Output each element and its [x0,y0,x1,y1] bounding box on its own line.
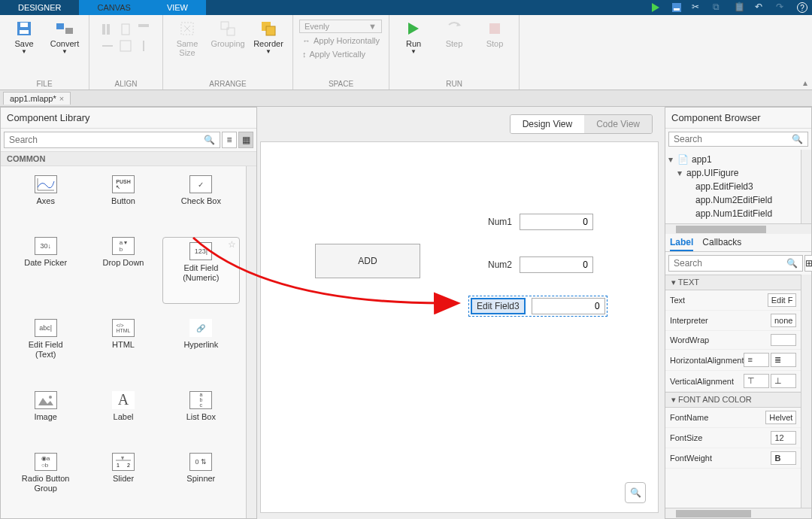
space-evenly-select[interactable]: Evenly▼ [299,20,382,33]
reorder-button[interactable]: Reorder▼ [250,18,286,56]
svg-marker-23 [38,398,53,405]
undo-icon[interactable]: ↶ [755,2,767,14]
edit-field3-input[interactable] [532,298,605,314]
edit-field3-label[interactable]: Edit Field3 [471,298,526,314]
convert-button[interactable]: Convert▼ [47,18,83,56]
num1-input[interactable] [520,214,593,230]
code-view-tab[interactable]: Code View [584,115,652,133]
prop-interpreter[interactable]: Interpreternone [665,311,801,331]
num2-input[interactable] [520,256,593,273]
prop-section-text[interactable]: ▾ TEXT [665,275,801,290]
comp-hyperlink[interactable]: 🔗Hyperlink [162,319,240,375]
prop-wordwrap[interactable]: WordWrap [665,331,801,350]
ribbon-group-file: FILE [36,80,52,88]
save-button[interactable]: Save▼ [6,18,42,56]
tree-item[interactable]: app.EditField3 [668,180,798,193]
scrollbar[interactable] [246,166,256,518]
scrollbar[interactable] [665,508,811,518]
prop-text[interactable]: TextEdit F [665,290,801,311]
copy-icon[interactable]: ⧉ [713,2,725,14]
grouping-button: Grouping [210,18,246,50]
apply-vertically-button: ↕ Apply Vertically [299,48,383,60]
component-library-title: Component Library [1,108,256,129]
save-icon[interactable] [671,2,683,14]
svg-rect-9 [107,24,110,35]
browser-search-input[interactable]: 🔍 [668,132,808,147]
comp-edit-field-text[interactable]: abc|Edit Field (Text) [7,319,84,375]
design-view-tab[interactable]: Design View [511,115,584,133]
comp-slider[interactable]: 12Slider [84,453,162,509]
svg-rect-10 [122,24,129,35]
scrollbar[interactable] [665,223,811,234]
comp-date-picker[interactable]: 30↓Date Picker [7,237,84,304]
prop-fontweight[interactable]: FontWeightB [665,448,801,469]
scrollbar[interactable] [801,275,811,508]
tab-designer[interactable]: DESIGNER [0,0,79,15]
comp-axes[interactable]: Axes [7,175,84,222]
svg-rect-6 [56,23,64,29]
edit-field3-group[interactable]: Edit Field3 [468,296,607,317]
svg-rect-8 [102,24,105,35]
prop-section-font[interactable]: ▾ FONT AND COLOR [665,392,801,408]
prop-valign[interactable]: VerticalAlignment⊤⊥ [665,371,801,392]
tree-root[interactable]: 📄 app1 [668,153,798,166]
prop-view-btn1[interactable]: ⊞ [804,255,812,272]
comp-check-box[interactable]: ✓Check Box [162,175,240,222]
comp-html[interactable]: </>HTMLHTML [84,319,162,375]
paste-icon[interactable]: 📋 [734,2,746,14]
redo-icon[interactable]: ↷ [776,2,788,14]
svg-rect-4 [20,30,29,34]
ribbon-group-space: SPACE [329,80,353,88]
tree-item[interactable]: app.Num2EditField [668,193,798,207]
ribbon-group-run: RUN [446,80,462,88]
svg-point-24 [49,396,52,399]
zoom-in-button[interactable]: 🔍 [625,482,646,503]
list-view-toggle[interactable]: ≡ [222,132,237,148]
help-icon[interactable]: ? [797,2,807,13]
comp-label[interactable]: ALabel [84,391,162,438]
comp-image[interactable]: Image [7,391,84,438]
cut-icon[interactable]: ✂ [692,2,704,14]
comp-button[interactable]: PUSH↖Button [84,175,162,222]
prop-halign[interactable]: HorizontalAlignment≡≣ [665,350,801,371]
grid-view-toggle[interactable]: ▦ [238,132,253,148]
comp-radio-button-group[interactable]: ◉a○bRadio Button Group [7,453,84,509]
tree-figure[interactable]: app.UIFigure [668,166,798,180]
prop-search-input[interactable]: 🔍 [668,255,803,272]
search-icon: 🔍 [786,258,798,269]
comp-edit-field-numeric[interactable]: 123|Edit Field (Numeric) [162,237,240,304]
num2-label: Num2 [488,260,512,270]
num1-label: Num1 [488,217,512,227]
svg-rect-1 [672,3,681,12]
component-browser-title: Component Browser [665,108,811,129]
ribbon-group-arrange: ARRANGE [209,80,246,88]
comp-list-box[interactable]: abcList Box [162,391,240,438]
svg-rect-11 [138,24,149,27]
run-button[interactable]: Run▼ [395,18,432,56]
search-input[interactable]: 🔍 [4,132,220,148]
prop-fontsize[interactable]: FontSize12 [665,428,801,448]
comp-drop-down[interactable]: a ▾bDrop Down [84,237,162,304]
run-icon[interactable] [650,2,662,14]
close-icon[interactable]: × [59,94,64,103]
svg-rect-19 [266,26,275,35]
section-common: COMMON [1,151,256,166]
ribbon-group-align: ALIGN [114,80,137,88]
tab-view[interactable]: VIEW [149,0,206,15]
scrollbar[interactable] [801,150,811,223]
tree-item[interactable]: app.Num1EditField [668,207,798,220]
tab-label[interactable]: Label [670,237,693,251]
file-tab[interactable]: app1.mlapp* × [3,92,71,105]
tab-callbacks[interactable]: Callbacks [702,237,741,251]
svg-rect-5 [20,23,28,27]
svg-text:1: 1 [117,463,120,468]
svg-rect-22 [489,23,500,34]
search-icon: 🔍 [792,134,803,144]
apply-horizontally-button: ↔ Apply Horizontally [299,35,383,47]
prop-fontname[interactable]: FontNameHelvet [665,408,801,428]
comp-spinner[interactable]: 0 ⇅Spinner [162,453,240,509]
tab-canvas[interactable]: CANVAS [79,0,148,15]
ribbon-collapse-icon[interactable]: ▴ [803,77,807,88]
add-button[interactable]: ADD [315,244,420,278]
svg-marker-0 [652,3,659,12]
